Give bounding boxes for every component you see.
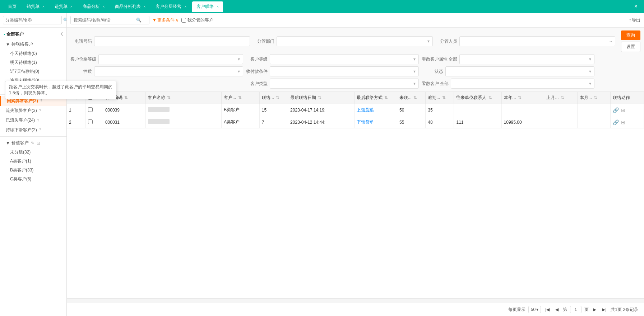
sort-icon-overdue[interactable]: ⇅ [442,95,446,100]
nav-product-list-close[interactable]: × [144,5,146,9]
th-lastdate[interactable]: 最后联络日期 ⇅ [288,92,355,104]
sidebar-value-customer-header[interactable]: ▼ 价值客户 ✎ ⊡ [0,138,66,148]
th-overdue[interactable]: 逾期... ⇅ [426,92,454,104]
filter-dept-select[interactable]: ▾ [277,36,432,46]
row2-checkbox[interactable] [88,119,93,124]
first-page-btn[interactable]: |◀ [544,306,551,313]
filter-payment: 收付款条件 ▾ [246,66,419,76]
nav-customer-contact[interactable]: 客户联络 × [192,1,223,12]
filter-price-level-select[interactable]: ▾ [98,54,243,64]
filter-my-customers-checkbox[interactable] [181,18,186,23]
sidebar-search-input[interactable] [3,16,62,24]
nav-sales[interactable]: 销货单 × [22,1,49,12]
sidebar-item-c-class[interactable]: C类客户(6) [0,175,66,184]
sidebar-collapse-btn[interactable]: 《 [59,31,63,37]
nav-purchase[interactable]: 进货单 × [50,1,77,12]
sidebar-item-tomorrow[interactable]: 明天待联络(1) [0,58,66,67]
settings-button[interactable]: 设置 [621,42,640,52]
masked-name-1 [148,107,170,112]
nav-product-list[interactable]: 商品分析列表 × [111,1,150,12]
value-customer-settings-icon[interactable]: ⊡ [37,141,40,146]
sidebar-item-7days[interactable]: 近7天待联络(0) [0,67,66,76]
filter-manager: 分管人员 ··· [436,36,615,46]
sort-icon-lastdate[interactable]: ⇅ [318,95,321,100]
filter-more-conditions[interactable]: ▼ 更多条件 ∧ [152,17,179,23]
main-layout: 🔍 ▪ 全部客户 《 ▼ 待联络客户 今天待联络(0) 明天待联络(1) 近7天… [0,13,644,316]
value-customer-edit-icon[interactable]: ✎ [31,141,34,146]
sort-icon-lastway[interactable]: ⇅ [384,95,388,100]
sort-icon-unread[interactable]: ⇅ [413,95,417,100]
filter-nature-select[interactable]: ▾ [94,66,243,76]
prev-page-btn[interactable]: ◀ [554,306,560,313]
sidebar-all-customers[interactable]: ▪ 全部客户 《 [0,29,66,39]
filter-customer-level-select[interactable]: ▾ [270,54,419,64]
filter-manager-select[interactable]: ··· [459,36,615,46]
th-unread[interactable]: 未联... ⇅ [397,92,425,104]
filter-row-2: 客户价格等级 ▾ 客户等级 ▾ 零散客户属性 全部 [70,54,640,64]
nav-product-analysis-close[interactable]: × [103,5,105,9]
sort-icon-contacts[interactable]: ⇅ [276,95,279,100]
filter-phone-input[interactable] [94,36,250,46]
th-type[interactable]: 客户... ⇅ [222,92,260,104]
th-contact[interactable]: 往来单位联系人 ⇅ [454,92,501,104]
filter-retail-customer-select[interactable]: ▾ [451,79,594,89]
nav-customer-tier-close[interactable]: × [184,5,186,9]
nav-product-analysis[interactable]: 商品分析 × [78,1,109,12]
filter-search-icon[interactable]: 🔍 [136,18,142,23]
sort-icon-code[interactable]: ⇅ [124,95,128,100]
sidebar-item-declining[interactable]: 持续下滑客户(2) ? [0,125,66,135]
nav-sales-close[interactable]: × [42,5,45,9]
th-name[interactable]: 客户名称 ⇅ [145,92,221,104]
th-lastway[interactable]: 最后联络方式 ⇅ [355,92,397,104]
sidebar-search-icon[interactable]: 🔍 [63,18,67,23]
nav-customer-tier[interactable]: 客户分层经营 × [151,1,191,12]
sidebar-group-waiting[interactable]: ▼ 待联络客户 [0,39,66,49]
filter-search-box[interactable]: 🔍 [70,16,149,24]
filter-status-select[interactable]: ▾ [445,66,594,76]
sort-icon-thisyear[interactable]: ⇅ [518,95,522,100]
per-page-select[interactable]: 50 ▾ [528,306,541,313]
th-lastmonth[interactable]: 上月... ⇅ [544,92,577,104]
sidebar-item-today[interactable]: 今天待联络(0) [0,49,66,58]
page-input[interactable] [570,306,582,313]
horizontal-scrollbar[interactable] [67,298,644,303]
customer-table: ⚙ 客户编码 ⇅ 客户名称 ⇅ [67,92,644,128]
nav-home[interactable]: 首页 [4,1,21,12]
nav-close-all[interactable]: × [631,2,640,11]
query-button[interactable]: 查询 [621,30,640,40]
th-contacts[interactable]: 联络... ⇅ [259,92,288,104]
sort-icon-type[interactable]: ⇅ [238,95,242,100]
filter-customer-level-label: 客户等级 [246,56,268,62]
sort-icon-contact[interactable]: ⇅ [488,95,492,100]
action-grid-icon-1[interactable]: ⊞ [621,107,625,113]
sort-icon-thismonth[interactable]: ⇅ [594,95,597,100]
row1-checkbox[interactable] [88,107,93,112]
filter-search-input[interactable] [74,18,135,23]
sidebar-item-ungrouped[interactable]: 未分组(32) [0,148,66,157]
sort-icon-name[interactable]: ⇅ [167,95,171,100]
th-thisyear[interactable]: 本年... ⇅ [501,92,544,104]
sort-icon-lastmonth[interactable]: ⇅ [561,95,564,100]
filter-retail-attr: 零散客户属性 全部 ▾ [422,54,594,64]
last-page-btn[interactable]: ▶| [601,306,608,313]
sidebar-item-b-class[interactable]: B类客户(33) [0,166,66,175]
filter-my-customers[interactable]: 我分管的客户 [181,17,213,23]
th-thismonth[interactable]: 本月... ⇅ [577,92,610,104]
export-button[interactable]: ↑ 导出 [629,17,640,23]
filter-price-level-label: 客户价格等级 [70,56,96,62]
sidebar-item-churn-warning[interactable]: 流失预警客户(3) ? [0,106,66,115]
td-lastway-2: 下销货单 [355,116,397,128]
nav-purchase-close[interactable]: × [70,5,73,9]
lastway-link-1[interactable]: 下销货单 [357,107,374,112]
lastway-link-2[interactable]: 下销货单 [357,119,374,124]
sidebar-item-a-class[interactable]: A类客户(1) [0,157,66,166]
filter-retail-attr-select[interactable]: ▾ [459,54,594,64]
filter-customer-type-select[interactable]: ▾ [270,79,419,89]
nav-customer-contact-close[interactable]: × [217,5,219,9]
action-link-icon-2[interactable]: 🔗 [613,119,619,125]
filter-payment-select[interactable]: ▾ [270,66,419,76]
sidebar-item-churned[interactable]: 已流失客户(24) ? [0,115,66,125]
action-link-icon-1[interactable]: 🔗 [613,107,619,113]
next-page-btn[interactable]: ▶ [592,306,598,313]
action-grid-icon-2[interactable]: ⊞ [621,119,625,125]
